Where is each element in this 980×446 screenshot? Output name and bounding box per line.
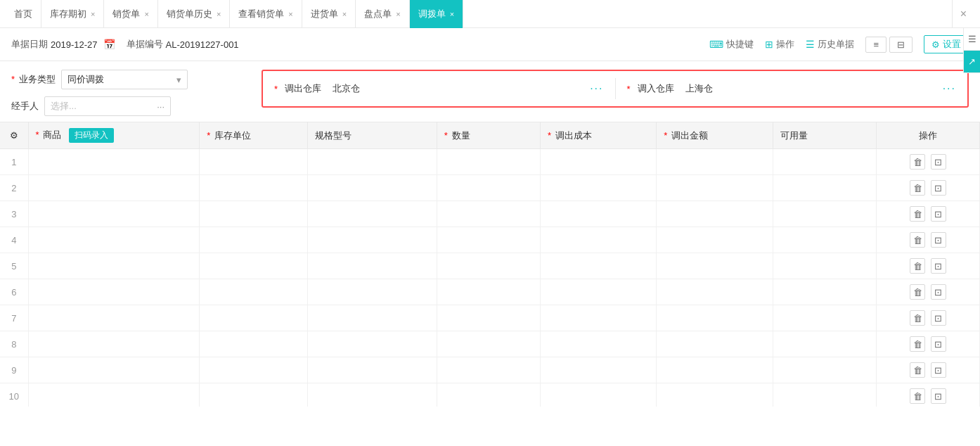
row-cost[interactable]	[540, 149, 656, 175]
tab-stocktake-close[interactable]: ×	[396, 10, 400, 18]
tab-transfer[interactable]: 调拨单 ×	[410, 0, 463, 28]
tab-sales-order-close[interactable]: ×	[144, 10, 148, 18]
row-delete-icon[interactable]: 🗑	[910, 388, 925, 404]
row-copy-icon[interactable]: ⊡	[931, 206, 946, 222]
window-close-button[interactable]: ×	[952, 0, 974, 28]
row-cost[interactable]	[540, 331, 656, 357]
row-spec[interactable]	[307, 175, 437, 201]
handler-dots[interactable]: ···	[157, 101, 165, 112]
row-product[interactable]	[28, 331, 200, 357]
row-amount[interactable]	[657, 357, 773, 383]
row-amount[interactable]	[657, 383, 773, 407]
out-warehouse-more-button[interactable]: ···	[590, 82, 603, 95]
row-product[interactable]	[28, 175, 200, 201]
row-cost[interactable]	[540, 383, 656, 407]
biz-type-select[interactable]: 同价调拨 ▾	[61, 70, 188, 89]
th-settings[interactable]: ⚙	[0, 122, 28, 149]
right-panel-list-icon[interactable]: ☰	[964, 28, 981, 51]
row-quantity[interactable]	[437, 227, 540, 253]
row-quantity[interactable]	[437, 279, 540, 305]
shortcuts-button[interactable]: ⌨ 快捷键	[709, 38, 754, 51]
row-delete-icon[interactable]: 🗑	[910, 206, 925, 222]
row-quantity[interactable]	[437, 253, 540, 279]
scan-barcode-button[interactable]: 扫码录入	[69, 128, 114, 143]
row-unit[interactable]	[200, 175, 308, 201]
row-amount[interactable]	[657, 331, 773, 357]
row-spec[interactable]	[307, 253, 437, 279]
layout-toggle-2[interactable]: ⊟	[889, 37, 913, 53]
row-unit[interactable]	[200, 201, 308, 227]
row-quantity[interactable]	[437, 149, 540, 175]
settings-button[interactable]: ⚙ 设置	[924, 35, 969, 53]
row-cost[interactable]	[540, 305, 656, 331]
row-available[interactable]	[773, 201, 876, 227]
row-product[interactable]	[28, 383, 200, 407]
handler-select[interactable]: 选择... ···	[44, 96, 171, 116]
row-spec[interactable]	[307, 383, 437, 407]
row-spec[interactable]	[307, 279, 437, 305]
row-delete-icon[interactable]: 🗑	[910, 362, 925, 378]
row-quantity[interactable]	[437, 175, 540, 201]
tab-sales-history[interactable]: 销货单历史 ×	[158, 0, 230, 28]
operations-button[interactable]: ⊞ 操作	[765, 38, 794, 51]
tab-home[interactable]: 首页	[6, 0, 41, 28]
row-available[interactable]	[773, 253, 876, 279]
row-unit[interactable]	[200, 227, 308, 253]
row-unit[interactable]	[200, 253, 308, 279]
row-quantity[interactable]	[437, 201, 540, 227]
row-delete-icon[interactable]: 🗑	[910, 258, 925, 274]
row-spec[interactable]	[307, 201, 437, 227]
row-delete-icon[interactable]: 🗑	[910, 154, 925, 170]
row-product[interactable]	[28, 305, 200, 331]
row-unit[interactable]	[200, 331, 308, 357]
row-cost[interactable]	[540, 253, 656, 279]
right-panel-expand-icon[interactable]: ↗	[964, 51, 981, 73]
row-amount[interactable]	[657, 253, 773, 279]
row-product[interactable]	[28, 357, 200, 383]
row-copy-icon[interactable]: ⊡	[931, 154, 946, 170]
tab-inventory-init[interactable]: 库存期初 ×	[41, 0, 104, 28]
row-cost[interactable]	[540, 201, 656, 227]
row-unit[interactable]	[200, 383, 308, 407]
row-spec[interactable]	[307, 305, 437, 331]
row-amount[interactable]	[657, 305, 773, 331]
row-available[interactable]	[773, 279, 876, 305]
tab-transfer-close[interactable]: ×	[450, 10, 454, 18]
tab-view-sales-close[interactable]: ×	[288, 10, 292, 18]
tab-purchase-close[interactable]: ×	[342, 10, 347, 18]
row-copy-icon[interactable]: ⊡	[931, 336, 946, 352]
row-amount[interactable]	[657, 201, 773, 227]
row-product[interactable]	[28, 227, 200, 253]
row-product[interactable]	[28, 201, 200, 227]
row-unit[interactable]	[200, 149, 308, 175]
tab-purchase[interactable]: 进货单 ×	[302, 0, 356, 28]
row-spec[interactable]	[307, 357, 437, 383]
tab-sales-order[interactable]: 销货单 ×	[104, 0, 157, 28]
row-product[interactable]	[28, 279, 200, 305]
calendar-icon[interactable]: 📅	[103, 39, 115, 50]
row-available[interactable]	[773, 305, 876, 331]
row-amount[interactable]	[657, 279, 773, 305]
row-unit[interactable]	[200, 357, 308, 383]
row-copy-icon[interactable]: ⊡	[931, 180, 946, 196]
tab-inventory-init-close[interactable]: ×	[91, 10, 95, 18]
row-delete-icon[interactable]: 🗑	[910, 310, 925, 326]
row-delete-icon[interactable]: 🗑	[910, 336, 925, 352]
row-available[interactable]	[773, 227, 876, 253]
row-product[interactable]	[28, 149, 200, 175]
row-copy-icon[interactable]: ⊡	[931, 232, 946, 248]
row-copy-icon[interactable]: ⊡	[931, 362, 946, 378]
row-available[interactable]	[773, 175, 876, 201]
row-spec[interactable]	[307, 149, 437, 175]
row-cost[interactable]	[540, 279, 656, 305]
row-quantity[interactable]	[437, 357, 540, 383]
row-cost[interactable]	[540, 227, 656, 253]
in-warehouse-more-button[interactable]: ···	[943, 82, 956, 95]
row-cost[interactable]	[540, 175, 656, 201]
row-amount[interactable]	[657, 227, 773, 253]
row-amount[interactable]	[657, 175, 773, 201]
layout-toggle-1[interactable]: ≡	[865, 37, 886, 53]
row-spec[interactable]	[307, 331, 437, 357]
row-amount[interactable]	[657, 149, 773, 175]
row-copy-icon[interactable]: ⊡	[931, 258, 946, 274]
